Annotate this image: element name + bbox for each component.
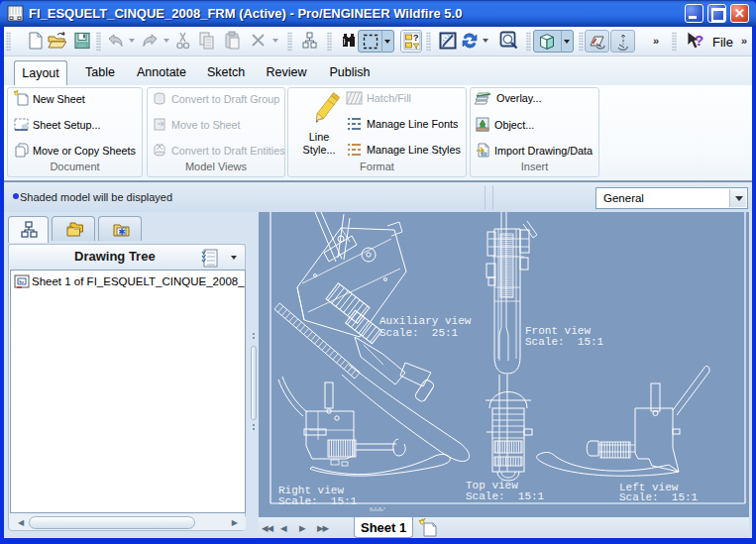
svg-text:?: ? xyxy=(695,32,703,49)
svg-text:Scale: 15:1: Scale: 15:1 xyxy=(525,336,604,348)
svg-text:Scale: 15:1: Scale: 15:1 xyxy=(278,495,358,507)
svg-text:Scale: 25:1: Scale: 25:1 xyxy=(379,327,459,339)
svg-text:?: ? xyxy=(413,33,419,43)
svg-text:✱: ✱ xyxy=(118,227,126,237)
svg-text:Scale: 15:1: Scale: 15:1 xyxy=(619,491,699,503)
svg-text:Auxiliary view: Auxiliary view xyxy=(379,315,472,327)
svg-text:Scale: 15:1: Scale: 15:1 xyxy=(466,490,545,502)
